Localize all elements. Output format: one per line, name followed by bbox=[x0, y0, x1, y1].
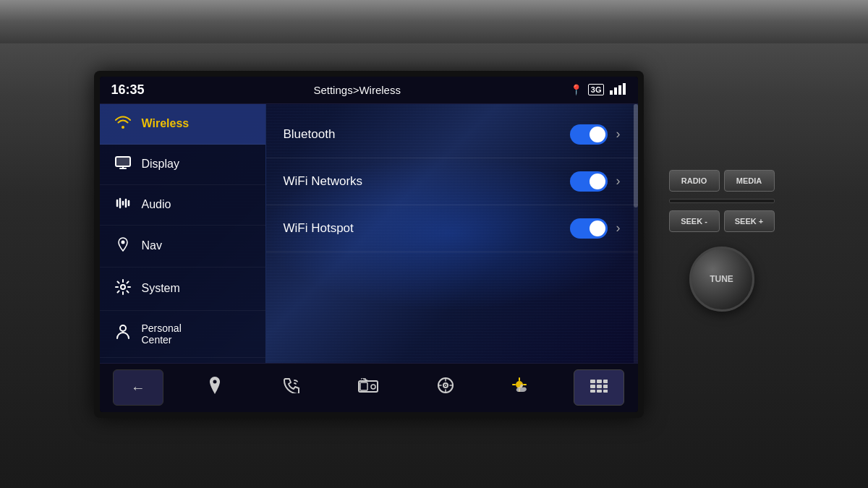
person-icon bbox=[114, 324, 132, 343]
bluetooth-row[interactable]: Bluetooth › bbox=[266, 111, 638, 158]
svg-point-11 bbox=[121, 240, 124, 244]
media-button[interactable]: MEDIA bbox=[724, 170, 775, 192]
svg-rect-0 bbox=[610, 90, 613, 95]
location-nav-icon bbox=[208, 377, 222, 398]
wifi-networks-controls: › bbox=[570, 171, 621, 192]
svg-rect-31 bbox=[590, 385, 595, 388]
radio-icon: FM bbox=[358, 378, 378, 397]
wifi-networks-label: WiFi Networks bbox=[284, 174, 363, 189]
location-icon: 📍 bbox=[570, 84, 582, 95]
sidebar-item-audio[interactable]: Audio bbox=[100, 185, 265, 226]
sidebar-label-display: Display bbox=[142, 158, 179, 171]
svg-point-12 bbox=[121, 285, 125, 289]
back-icon: ← bbox=[131, 380, 145, 396]
nav-phone[interactable] bbox=[266, 369, 317, 406]
seek-minus-button[interactable]: SEEK - bbox=[669, 210, 720, 232]
svg-point-22 bbox=[445, 385, 446, 386]
top-bar bbox=[0, 0, 868, 43]
svg-rect-5 bbox=[116, 158, 129, 166]
status-bar: 16:35 Settings>Wireless 📍 3G bbox=[100, 77, 638, 104]
svg-rect-29 bbox=[597, 380, 602, 383]
sidebar-item-personal[interactable]: Personal Center bbox=[100, 311, 265, 358]
sidebar: Wireless Display bbox=[100, 104, 266, 363]
svg-rect-33 bbox=[603, 385, 608, 388]
svg-point-13 bbox=[120, 325, 126, 331]
sidebar-item-wireless[interactable]: Wireless bbox=[100, 104, 265, 145]
svg-rect-32 bbox=[597, 385, 602, 388]
bluetooth-toggle[interactable] bbox=[570, 124, 608, 145]
screen-outer: 16:35 Settings>Wireless 📍 3G bbox=[94, 71, 644, 418]
sidebar-label-system: System bbox=[142, 282, 180, 295]
wifi-hotspot-controls: › bbox=[570, 218, 621, 239]
seek-plus-button[interactable]: SEEK + bbox=[724, 210, 775, 232]
cellular-icon: 3G bbox=[588, 84, 605, 95]
hardware-panel: RADIO MEDIA SEEK - SEEK + TUNE bbox=[669, 170, 775, 319]
wifi-networks-row[interactable]: WiFi Networks › bbox=[266, 158, 638, 205]
wifi-hotspot-row[interactable]: WiFi Hotspot › bbox=[266, 205, 638, 252]
wifi-networks-chevron[interactable]: › bbox=[616, 174, 621, 189]
screen: 16:35 Settings>Wireless 📍 3G bbox=[100, 77, 638, 412]
svg-rect-35 bbox=[597, 390, 602, 393]
display-icon bbox=[114, 156, 132, 173]
sidebar-label-audio: Audio bbox=[142, 198, 171, 211]
audio-icon bbox=[114, 197, 132, 213]
bluetooth-label: Bluetooth bbox=[284, 127, 336, 142]
svg-rect-28 bbox=[590, 380, 595, 383]
tune-knob[interactable]: TUNE bbox=[689, 247, 754, 312]
nav-location[interactable] bbox=[190, 369, 240, 406]
nav-grid[interactable] bbox=[574, 369, 624, 406]
wifi-networks-toggle[interactable] bbox=[570, 171, 608, 192]
grid-icon bbox=[590, 378, 608, 397]
svg-rect-34 bbox=[590, 390, 595, 393]
car-frame: 16:35 Settings>Wireless 📍 3G bbox=[0, 0, 868, 488]
bottom-nav: ← bbox=[100, 363, 638, 412]
content-panel: Bluetooth › WiFi Networks › bbox=[266, 104, 638, 363]
sidebar-item-system[interactable]: System bbox=[100, 267, 265, 311]
sidebar-item-nav[interactable]: Nav bbox=[100, 226, 265, 267]
sidebar-item-display[interactable]: Display bbox=[100, 145, 265, 185]
media-icon bbox=[437, 377, 454, 398]
status-icons: 📍 3G bbox=[570, 83, 626, 97]
bluetooth-controls: › bbox=[570, 124, 621, 145]
svg-rect-36 bbox=[603, 390, 608, 393]
wifi-hotspot-toggle[interactable] bbox=[570, 218, 608, 239]
media-slot bbox=[669, 199, 775, 203]
svg-point-17 bbox=[371, 385, 375, 389]
svg-point-14 bbox=[213, 380, 216, 384]
svg-rect-1 bbox=[614, 87, 617, 95]
svg-rect-16 bbox=[360, 382, 367, 390]
radio-button[interactable]: RADIO bbox=[669, 170, 720, 192]
wifi-icon bbox=[114, 116, 132, 132]
status-time: 16:35 bbox=[111, 82, 145, 98]
nav-media[interactable] bbox=[420, 369, 471, 406]
nav-icon bbox=[114, 237, 132, 255]
system-icon bbox=[114, 279, 132, 299]
sidebar-label-personal: Personal Center bbox=[142, 322, 182, 346]
signal-icon bbox=[610, 83, 626, 97]
sidebar-label-nav: Nav bbox=[142, 239, 162, 252]
status-title: Settings>Wireless bbox=[313, 84, 400, 96]
svg-rect-30 bbox=[603, 380, 608, 383]
sidebar-label-wireless: Wireless bbox=[142, 117, 190, 130]
top-buttons-group: RADIO MEDIA bbox=[669, 170, 775, 192]
svg-rect-2 bbox=[618, 85, 621, 95]
weather-icon bbox=[512, 377, 532, 398]
wifi-hotspot-label: WiFi Hotspot bbox=[284, 221, 354, 236]
nav-back[interactable]: ← bbox=[113, 369, 163, 406]
bluetooth-chevron[interactable]: › bbox=[616, 127, 621, 142]
main-content: Wireless Display bbox=[100, 104, 638, 363]
svg-rect-3 bbox=[623, 83, 626, 95]
nav-radio[interactable]: FM bbox=[343, 369, 393, 406]
seek-buttons-group: SEEK - SEEK + bbox=[669, 210, 775, 232]
nav-weather[interactable] bbox=[497, 369, 548, 406]
wifi-hotspot-chevron[interactable]: › bbox=[616, 221, 621, 236]
phone-icon bbox=[284, 377, 299, 398]
